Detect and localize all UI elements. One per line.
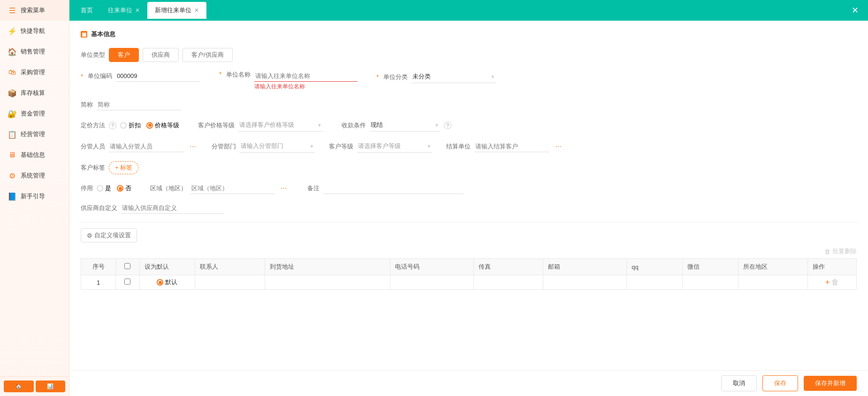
- unit-category-field: * 单位分类 未分类 ▼: [376, 70, 496, 83]
- pricing-help-icon[interactable]: ?: [109, 122, 116, 129]
- row-delete-button[interactable]: 🗑: [831, 278, 839, 287]
- region-label: 区域（地区）: [150, 184, 187, 193]
- sidebar-item-operations[interactable]: 📋 经营管理: [0, 124, 69, 145]
- batch-delete-label[interactable]: 批量删除: [832, 247, 857, 256]
- unit-type-label: 单位类型: [81, 51, 105, 59]
- form-row-manager: 分管人员 ··· 分管部门 请输入分管部门 ▼ 客户等级 请选择客户等级 ▼ 结…: [81, 140, 857, 153]
- add-tag-button[interactable]: + 标签: [109, 161, 138, 174]
- sidebar-item-basic-info[interactable]: 🖥 基础信息: [0, 145, 69, 165]
- sidebar-item-purchase[interactable]: 🛍 采购管理: [0, 62, 69, 83]
- row-add-button[interactable]: +: [825, 278, 830, 287]
- payment-terms-select[interactable]: 现结 ▼: [370, 119, 440, 132]
- sidebar-item-inventory[interactable]: 📦 库存核算: [0, 83, 69, 103]
- radio-price-level-dot: [148, 124, 152, 127]
- tab-new-partner-close[interactable]: ✕: [194, 7, 199, 14]
- row-checkbox[interactable]: [124, 279, 130, 285]
- tab-partner-close[interactable]: ✕: [135, 7, 140, 14]
- customer-price-level-value: 请选择客户价格等级: [239, 121, 317, 129]
- sidebar-item-label: 基础信息: [21, 151, 45, 159]
- radio-no-dot: [119, 187, 122, 190]
- radio-price-level[interactable]: 价格等级: [146, 121, 179, 130]
- customer-price-level-select[interactable]: 请选择客户价格等级 ▼: [238, 119, 323, 132]
- region-field: 区域（地区） ···: [150, 183, 289, 194]
- unit-name-input[interactable]: [254, 70, 358, 82]
- sidebar-item-sales[interactable]: 🏠 销售管理: [0, 41, 69, 62]
- row-default-radio[interactable]: 默认: [145, 278, 190, 287]
- cancel-button[interactable]: 取消: [721, 375, 757, 391]
- sidebar-bottom-btn2[interactable]: 📊: [36, 380, 66, 392]
- search-menu-icon: ☰: [8, 6, 17, 15]
- sidebar-item-quick-nav[interactable]: ⚡ 快捷导航: [0, 21, 69, 41]
- remark-field: 备注: [307, 183, 464, 194]
- remark-label: 备注: [307, 184, 320, 193]
- save-new-button[interactable]: 保存并新增: [804, 376, 857, 391]
- tab-new-partner[interactable]: 新增往来单位 ✕: [147, 2, 206, 19]
- radio-disable-yes[interactable]: 是: [97, 184, 111, 193]
- region-input[interactable]: [190, 183, 275, 194]
- unit-name-label: 单位名称: [226, 70, 251, 79]
- customer-price-level-field: 客户价格等级 请选择客户价格等级 ▼: [198, 119, 323, 132]
- remark-input[interactable]: [323, 183, 464, 194]
- manager-label: 分管人员: [81, 142, 105, 151]
- sidebar-item-finance[interactable]: 🔐 资金管理: [0, 103, 69, 124]
- th-phone: 电话号码: [390, 259, 473, 275]
- unit-code-input[interactable]: [116, 70, 200, 82]
- td-region: [738, 275, 807, 290]
- type-btn-customer[interactable]: 客户: [109, 48, 139, 62]
- tab-bar-close[interactable]: ✕: [846, 5, 864, 16]
- unit-category-chevron: ▼: [490, 74, 495, 79]
- sidebar-item-label: 资金管理: [21, 109, 45, 118]
- tab-bar: 首页 往来单位 ✕ 新增往来单位 ✕ ✕: [69, 0, 868, 21]
- table-row: 1 默认: [81, 275, 857, 290]
- sidebar-bottom-btn1[interactable]: 🏠: [4, 380, 34, 392]
- td-phone: [390, 275, 473, 290]
- footer: 取消 保存 保存并新增: [69, 370, 868, 396]
- th-checkbox: [116, 259, 139, 275]
- unit-type-buttons: 客户 供应商 客户/供应商: [109, 48, 233, 62]
- form-row-unit-type: 单位类型 客户 供应商 客户/供应商: [81, 48, 857, 62]
- basic-info-icon: 🖥: [8, 150, 17, 160]
- type-btn-both[interactable]: 客户/供应商: [183, 48, 233, 62]
- region-more-btn[interactable]: ···: [279, 184, 289, 193]
- settlement-unit-more-btn[interactable]: ···: [553, 142, 563, 151]
- customer-level-select[interactable]: 请选择客户等级 ▼: [357, 140, 432, 153]
- customer-tag-label: 客户标签: [81, 163, 105, 172]
- pricing-method-label: 定价方法: [81, 121, 105, 130]
- supplier-custom-field: 供应商自定义: [81, 202, 224, 214]
- payment-terms-help-icon[interactable]: ?: [444, 122, 451, 129]
- settlement-unit-input[interactable]: [474, 141, 549, 152]
- manager-field: 分管人员 ···: [81, 141, 198, 152]
- td-email: [543, 275, 627, 290]
- th-default: 设为默认: [139, 259, 195, 275]
- manager-more-btn[interactable]: ···: [188, 142, 198, 151]
- tab-partner[interactable]: 往来单位 ✕: [100, 2, 147, 19]
- sidebar-item-system[interactable]: ⚙ 系统管理: [0, 165, 69, 186]
- td-wechat: [682, 275, 738, 290]
- unit-code-label: 单位编码: [88, 72, 112, 80]
- sidebar-item-guide[interactable]: 📘 新手引导: [0, 186, 69, 207]
- supplier-custom-input[interactable]: [121, 202, 224, 214]
- sidebar-item-label: 系统管理: [21, 171, 45, 180]
- save-button[interactable]: 保存: [762, 375, 798, 391]
- customer-level-field: 客户等级 请选择客户等级 ▼: [329, 140, 432, 153]
- payment-terms-label: 收款条件: [342, 121, 366, 130]
- section-header: ▣ 基本信息: [81, 30, 857, 39]
- tab-home[interactable]: 首页: [73, 2, 100, 19]
- short-name-input[interactable]: [97, 99, 181, 110]
- operations-icon: 📋: [8, 130, 17, 139]
- department-select[interactable]: 请输入分管部门 ▼: [240, 140, 315, 153]
- unit-category-select[interactable]: 未分类 ▼: [411, 70, 496, 83]
- select-all-checkbox[interactable]: [124, 263, 130, 269]
- sidebar-item-search[interactable]: ☰ 搜索菜单: [0, 0, 69, 21]
- form-row-unit-info: * 单位编码 * 单位名称 请输入往来单位名称 * 单位分类 未分类 ▼: [81, 70, 857, 91]
- purchase-icon: 🛍: [8, 68, 17, 77]
- th-fax: 传真: [473, 259, 543, 275]
- radio-disable-no[interactable]: 否: [117, 184, 131, 193]
- th-wechat: 微信: [682, 259, 738, 275]
- type-btn-supplier[interactable]: 供应商: [143, 48, 179, 62]
- radio-discount[interactable]: 折扣: [120, 121, 141, 130]
- sidebar-item-label: 快捷导航: [21, 27, 45, 35]
- disable-radio-group: 是 否: [97, 184, 131, 193]
- manager-input[interactable]: [109, 141, 184, 152]
- custom-settings-button[interactable]: ⚙ 自定义项设置: [81, 228, 137, 242]
